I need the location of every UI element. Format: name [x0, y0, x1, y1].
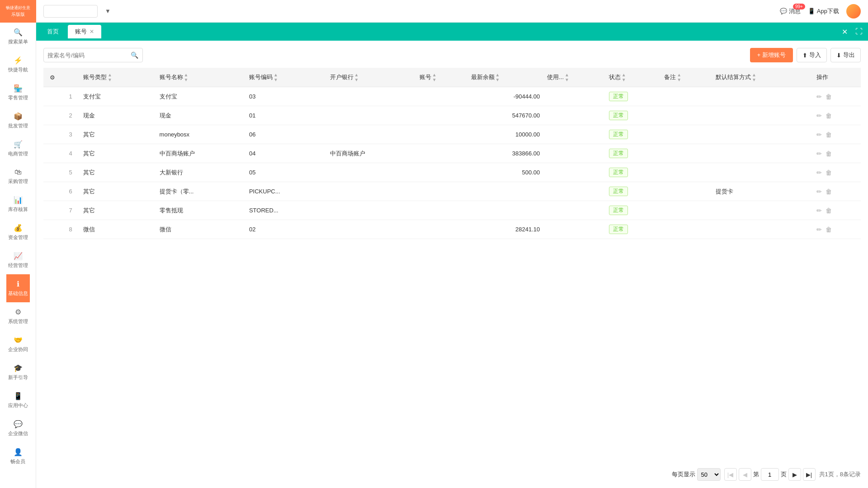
row-code: 05	[245, 163, 326, 182]
row-type: 微信	[80, 220, 156, 239]
delete-icon[interactable]: 🗑	[826, 150, 832, 157]
tab-accounts[interactable]: 账号✕	[68, 25, 101, 38]
col-balance[interactable]: 最新余额▲▼	[467, 68, 544, 87]
delete-icon[interactable]: 🗑	[826, 169, 832, 176]
row-balance: 28241.10	[467, 220, 544, 239]
col-account[interactable]: 账号▲▼	[416, 68, 467, 87]
sidebar-item-guide[interactable]: 🎓新手引导	[6, 358, 30, 386]
delete-icon[interactable]: 🗑	[826, 188, 832, 195]
sidebar-item-finance[interactable]: 💰资金管理	[6, 218, 30, 246]
main-area: ▼ 💬 消息 99+ 📱 App下载 首页账号✕ ✕ ⛶	[36, 0, 868, 488]
delete-icon[interactable]: 🗑	[826, 112, 832, 119]
delete-icon[interactable]: 🗑	[826, 207, 832, 214]
add-account-button[interactable]: + 新增账号	[750, 48, 793, 62]
sidebar-item-search-menu[interactable]: 🔍搜索菜单	[6, 23, 30, 51]
pagination: 每页显示 50 100 200 |◀ ◀ 第 页 ▶ ▶| 共1页，8条记录	[43, 463, 861, 481]
edit-icon[interactable]: ✏	[816, 169, 822, 176]
close-tab-button[interactable]: ✕	[839, 26, 850, 37]
row-balance	[467, 201, 544, 220]
row-usage	[543, 125, 605, 144]
row-name: 现金	[156, 106, 245, 125]
row-account	[416, 182, 467, 201]
messages-button[interactable]: 💬 消息 99+	[780, 7, 801, 15]
user-avatar[interactable]	[846, 4, 861, 19]
maximize-button[interactable]: ⛶	[854, 26, 864, 37]
sidebar-item-member[interactable]: 👤畅会员	[6, 442, 30, 470]
tab-home[interactable]: 首页	[40, 25, 66, 38]
sidebar-item-quick-nav[interactable]: ⚡快捷导航	[6, 51, 30, 79]
sidebar-item-wholesale[interactable]: 📦批发管理	[6, 107, 30, 135]
total-info: 共1页，8条记录	[819, 470, 861, 479]
edit-icon[interactable]: ✏	[816, 188, 822, 195]
row-account	[416, 125, 467, 144]
row-account	[416, 201, 467, 220]
export-button[interactable]: ⬇ 导出	[830, 48, 861, 62]
sidebar-item-operations[interactable]: 📈经营管理	[6, 246, 30, 274]
app-download-button[interactable]: 📱 App下载	[808, 7, 839, 15]
row-name: moneybosx	[156, 125, 245, 144]
edit-icon[interactable]: ✏	[816, 93, 822, 100]
row-bank	[326, 201, 416, 220]
row-bank	[326, 87, 416, 106]
page-number-input[interactable]	[761, 468, 779, 481]
header-dropdown[interactable]: ▼	[105, 8, 111, 14]
col-notes[interactable]: 备注▲▼	[660, 68, 712, 87]
prev-page-button[interactable]: ◀	[739, 468, 751, 481]
search-icon[interactable]: 🔍	[131, 52, 138, 59]
table-row: 8 微信 微信 02 28241.10 正常 ✏ 🗑	[43, 220, 861, 239]
close-tab-icon[interactable]: ✕	[90, 28, 94, 35]
next-page-button[interactable]: ▶	[788, 468, 801, 481]
import-button[interactable]: ⬆ 导入	[797, 48, 827, 62]
sidebar-item-retail[interactable]: 🏪零售管理	[6, 79, 30, 107]
col-code[interactable]: 账号编码▲▼	[245, 68, 326, 87]
col-settings[interactable]: ⚙	[43, 68, 61, 87]
sidebar-item-enterprise-agreement[interactable]: 🤝企业协同	[6, 330, 30, 358]
row-code: STORED...	[245, 201, 326, 220]
edit-icon[interactable]: ✏	[816, 150, 822, 157]
sidebar-item-inventory[interactable]: 📊库存核算	[6, 190, 30, 218]
search-box[interactable]: 🔍	[43, 48, 143, 62]
sidebar-item-system[interactable]: ⚙系统管理	[6, 302, 30, 330]
table-row: 7 其它 零售抵现 STORED... 正常 ✏ 🗑	[43, 201, 861, 220]
sidebar-item-app-center[interactable]: 📱应用中心	[6, 386, 30, 414]
header-right: 💬 消息 99+ 📱 App下载	[780, 4, 861, 19]
last-page-button[interactable]: ▶|	[803, 468, 816, 481]
page-size-selector[interactable]: 每页显示 50 100 200	[672, 468, 721, 481]
table-row: 4 其它 中百商场账户 04 中百商场账户 383866.00 正常 ✏ 🗑	[43, 144, 861, 163]
col-status[interactable]: 状态▲▼	[605, 68, 660, 87]
row-actions: ✏ 🗑	[813, 144, 861, 163]
row-account	[416, 106, 467, 125]
col-usage[interactable]: 使用...▲▼	[543, 68, 605, 87]
delete-icon[interactable]: 🗑	[826, 93, 832, 100]
edit-icon[interactable]: ✏	[816, 207, 822, 214]
delete-icon[interactable]: 🗑	[826, 226, 832, 233]
page-size-select[interactable]: 50 100 200	[697, 468, 721, 481]
row-settings	[43, 106, 61, 125]
col-type[interactable]: 账号类型▲▼	[80, 68, 156, 87]
row-settings	[43, 182, 61, 201]
col-action: 操作	[813, 68, 861, 87]
col-default-payment[interactable]: 默认结算方式▲▼	[712, 68, 813, 87]
search-input[interactable]	[47, 52, 129, 59]
top-search-input[interactable]	[43, 5, 98, 18]
sidebar-item-ecommerce[interactable]: 🛒电商管理	[6, 135, 30, 163]
edit-icon[interactable]: ✏	[816, 131, 822, 138]
row-usage	[543, 144, 605, 163]
header-left: ▼	[43, 5, 111, 18]
row-code: 06	[245, 125, 326, 144]
row-code: PICKUPC...	[245, 182, 326, 201]
row-actions: ✏ 🗑	[813, 201, 861, 220]
row-num: 8	[61, 220, 80, 239]
sidebar-item-basic-info[interactable]: ℹ基础信息	[6, 274, 30, 302]
sidebar-item-enterprise-wechat[interactable]: 💬企业微信	[6, 414, 30, 442]
col-bank[interactable]: 开户银行▲▼	[326, 68, 416, 87]
row-settings	[43, 201, 61, 220]
sidebar-item-purchase[interactable]: 🛍采购管理	[6, 163, 30, 190]
first-page-button[interactable]: |◀	[724, 468, 737, 481]
row-status: 正常	[605, 87, 660, 106]
row-notes	[660, 220, 712, 239]
edit-icon[interactable]: ✏	[816, 112, 822, 119]
edit-icon[interactable]: ✏	[816, 226, 822, 233]
delete-icon[interactable]: 🗑	[826, 131, 832, 138]
col-name[interactable]: 账号名称▲▼	[156, 68, 245, 87]
